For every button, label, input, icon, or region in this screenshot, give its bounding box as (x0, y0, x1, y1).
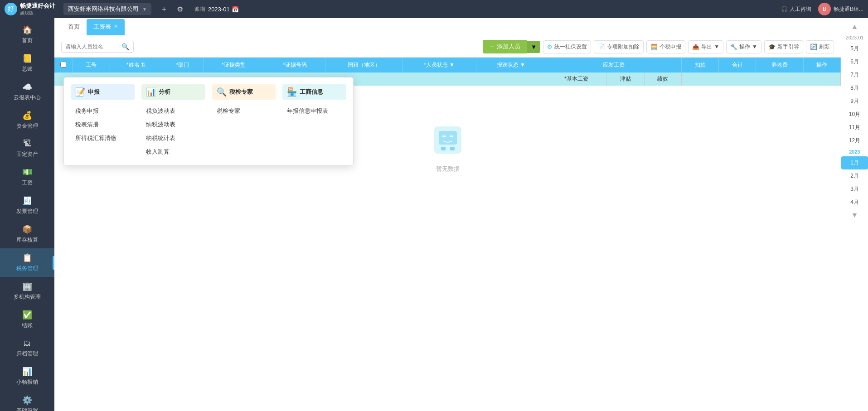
add-people-btn-group: ＋ 添加人员 ▼ (483, 40, 540, 53)
tax-dynamic-item[interactable]: 纳税波动表 (141, 118, 205, 131)
social-security-icon: ⚙ (547, 44, 553, 50)
sidebar-item-home[interactable]: 🏠 首页 (0, 20, 54, 49)
tax-table-item[interactable]: 税表清册 (71, 118, 135, 131)
timeline-up-nav[interactable]: ▲ (849, 20, 861, 33)
special-deduction-button[interactable]: 📄 专项附加扣除 (594, 40, 644, 53)
biz-section-icon: 🏪 (287, 87, 297, 97)
dropdown-section-expert-header: 🔍 税检专家 (212, 84, 276, 100)
special-deduction-label: 专项附加扣除 (607, 43, 640, 51)
settings-button[interactable]: ⚙ (175, 4, 185, 15)
user-area[interactable]: B 畅捷通B组... (818, 3, 863, 15)
svg-rect-4 (442, 135, 446, 137)
svg-rect-2 (441, 147, 446, 150)
sidebar-item-archive[interactable]: 🗂 归档管理 (0, 334, 54, 362)
dropdown-section-biz: 🏪 工商信息 年报信息申报表 (282, 84, 346, 159)
sidebar-icon-assets: 🏗 (23, 139, 31, 149)
timeline-month-1[interactable]: 1月 (841, 156, 868, 169)
pension-header: 养老费 (756, 58, 803, 73)
add-dropdown-button[interactable]: ▼ (527, 41, 540, 53)
annual-report-item[interactable]: 年报信息申报表 (282, 104, 346, 118)
new-guide-icon: 🎓 (768, 44, 776, 50)
income-calc-item[interactable]: 所得税汇算清缴 (71, 131, 135, 145)
sidebar-item-settle[interactable]: ✅ 结账 (0, 305, 54, 334)
sidebar-item-multi-org[interactable]: 🏢 多机构管理 (0, 277, 54, 305)
sidebar-item-xiaochang[interactable]: 📊 小畅报销 (0, 362, 54, 391)
sidebar-label-xiaochang: 小畅报销 (16, 378, 38, 386)
timeline-month-12[interactable]: 12月 (841, 134, 868, 147)
refresh-button[interactable]: 🔄 刷新 (806, 40, 834, 53)
sidebar-icon-home: 🏠 (22, 25, 32, 35)
toolbar: 🔍 ＋ 添加人员 ▼ ⚙ 统一社保设置 📄 专项附加扣除 (54, 36, 841, 58)
service-label: 人工咨询 (790, 5, 811, 13)
timeline-month-5[interactable]: 5月 (841, 42, 868, 55)
tax-declare-item[interactable]: 税务申报 (71, 104, 135, 118)
sidebar-item-inventory[interactable]: 📦 库存核算 (0, 220, 54, 248)
sidebar-icon-fund: 💰 (22, 111, 32, 121)
timeline-month-7[interactable]: 7月 (841, 68, 868, 82)
sidebar-label-basic: 基础设置 (16, 407, 38, 411)
timeline-month-4[interactable]: 4月 (841, 196, 868, 209)
rest-sub-header (681, 73, 840, 86)
sidebar-item-tax[interactable]: 📋 税务管理 (0, 248, 54, 277)
deduction-header: 扣款 (681, 58, 718, 73)
name-header: *姓名 ⇅ (110, 58, 162, 73)
tab-salary-table[interactable]: 工资表 ✕ (87, 19, 125, 35)
tab-home[interactable]: 首页 (61, 19, 87, 35)
sidebar-item-fund[interactable]: 💰 资金管理 (0, 106, 54, 135)
performance-sub-header: 绩效 (644, 73, 681, 86)
tab-bar: 首页 工资表 ✕ (54, 18, 841, 36)
timeline-month-6[interactable]: 6月 (841, 55, 868, 68)
timeline-month-11[interactable]: 11月 (841, 121, 868, 134)
personal-tax-icon: 🧮 (650, 44, 658, 50)
operation-icon: 🔧 (730, 44, 737, 50)
timeline-month-2[interactable]: 2月 (841, 169, 868, 183)
allowance-sub-header: 津贴 (607, 73, 644, 86)
add-people-button[interactable]: ＋ 添加人员 (483, 40, 527, 53)
period-value[interactable]: 2023-01 (208, 6, 230, 13)
sidebar-item-cloud-report[interactable]: ☁️ 云报表中心 (0, 77, 54, 106)
total-header: 合计 (719, 58, 756, 73)
checkbox-col-header[interactable] (54, 58, 73, 73)
calendar-icon[interactable]: 📅 (232, 6, 239, 13)
tax-stats-item[interactable]: 纳税统计表 (141, 131, 205, 145)
dropdown-section-analysis: 📊 分析 税负波动表 纳税波动表 纳税统计表 收入测算 (141, 84, 205, 159)
select-all-checkbox[interactable] (60, 62, 66, 68)
search-input[interactable] (65, 44, 120, 50)
employee-id-header: 工号 (73, 58, 110, 73)
timeline-month-8[interactable]: 8月 (841, 82, 868, 95)
social-security-button[interactable]: ⚙ 统一社保设置 (543, 40, 591, 53)
sidebar-icon-settle: ✅ (22, 310, 32, 320)
tax-check-item[interactable]: 税检专家 (212, 104, 276, 118)
tab-close-button[interactable]: ✕ (114, 24, 118, 29)
sidebar-item-assets[interactable]: 🏗 固定资产 (0, 135, 54, 163)
report-status-header: 报送状态 ▼ (476, 58, 546, 73)
svg-rect-5 (450, 135, 453, 137)
operation-button[interactable]: 🔧 操作 ▼ (726, 40, 761, 53)
status-header: *人员状态 ▼ (402, 58, 476, 73)
sidebar-label-salary: 工资 (22, 179, 33, 187)
sidebar-icon-basic: ⚙️ (22, 395, 32, 405)
personal-tax-label: 个税申报 (659, 43, 681, 51)
sidebar-item-ledger[interactable]: 📒 总账 (0, 49, 54, 77)
tax-fluctuation-item[interactable]: 税负波动表 (141, 104, 205, 118)
timeline-month-10[interactable]: 10月 (841, 108, 868, 121)
personal-tax-button[interactable]: 🧮 个税申报 (646, 40, 685, 53)
export-button[interactable]: 📤 导出 ▼ (688, 40, 723, 53)
add-company-button[interactable]: ＋ (158, 4, 170, 15)
export-label: 导出 (701, 43, 712, 51)
timeline-down-nav[interactable]: ▼ (849, 209, 861, 222)
tax-dropdown-menu: 📝 申报 税务申报 税表清册 所得税汇算清缴 📊 分析 税负波动表 纳税波动表 … (63, 77, 354, 166)
company-selector[interactable]: 西安虾米网络科技有限公司 ▼ (63, 3, 151, 15)
sidebar-item-salary[interactable]: 💵 工资 (0, 163, 54, 191)
expert-section-icon: 🔍 (217, 87, 227, 97)
dropdown-grid: 📝 申报 税务申报 税表清册 所得税汇算清缴 📊 分析 税负波动表 纳税波动表 … (71, 84, 346, 159)
timeline-month-3[interactable]: 3月 (841, 183, 868, 196)
sidebar-icon-salary: 💵 (22, 167, 32, 177)
timeline-month-9[interactable]: 9月 (841, 95, 868, 108)
sidebar-item-basic[interactable]: ⚙️ 基础设置 (0, 391, 54, 411)
new-guide-button[interactable]: 🎓 新手引导 (764, 40, 803, 53)
sidebar-icon-multi-org: 🏢 (22, 281, 32, 291)
income-calc2-item[interactable]: 收入测算 (141, 145, 205, 159)
sidebar-item-invoice[interactable]: 🧾 发票管理 (0, 191, 54, 220)
service-button[interactable]: 🎧 人工咨询 (781, 5, 811, 13)
